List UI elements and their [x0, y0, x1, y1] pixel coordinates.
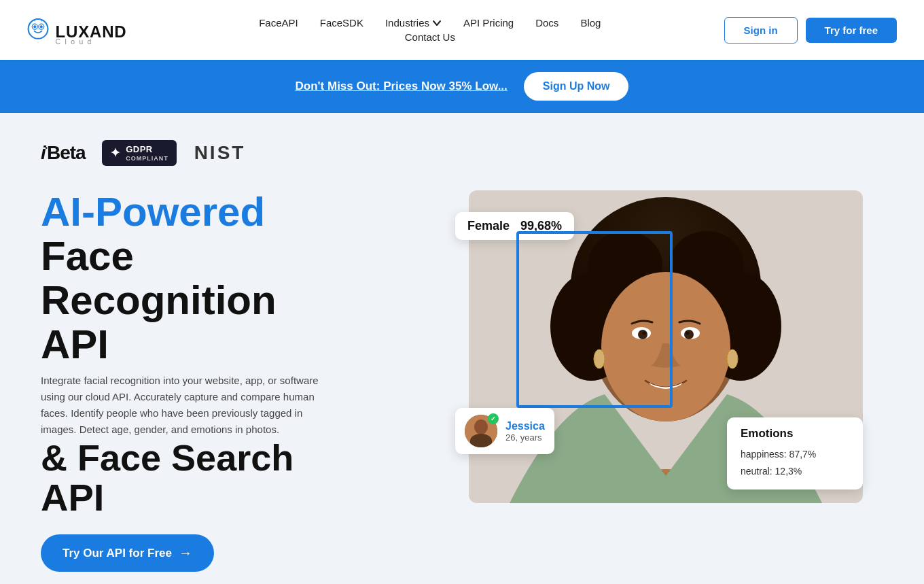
logo[interactable]: LUXAND Cloud	[27, 10, 136, 50]
emotions-title: Emotions	[741, 427, 849, 441]
nav-industries[interactable]: Industries	[385, 17, 442, 29]
face-detection-rect	[516, 231, 673, 408]
identity-card: ✓ Jessica 26, years	[455, 408, 554, 454]
svg-point-25	[727, 349, 738, 368]
hero-title-5: & Face Search	[41, 438, 294, 477]
hero-right: Female 99,68%	[421, 190, 883, 517]
nav-blog[interactable]: Blog	[580, 17, 601, 29]
hero-description: Integrate facial recognition into your w…	[41, 373, 326, 438]
emotion-1: happiness: 87,7%	[741, 446, 849, 463]
chevron-down-icon	[432, 18, 442, 28]
svg-point-27	[474, 419, 488, 434]
promo-banner: Don't Miss Out: Prices Now 35% Low... Si…	[0, 60, 924, 113]
ibeta-badge: i • Beta	[41, 142, 86, 164]
nav-row-top: FaceAPI FaceSDK Industries API Pricing D…	[259, 17, 601, 29]
gender-label: Female	[467, 219, 510, 233]
identity-name: Jessica	[505, 420, 545, 432]
face-detection-area: Female 99,68%	[442, 190, 863, 503]
nav-actions: Sign in Try for free	[724, 17, 897, 44]
hero-section: AI-Powered Face Recognition API Integrat…	[41, 190, 883, 572]
hero-title-2: Face	[41, 235, 394, 279]
gdpr-badge: ✦ GDPR COMPLIANT	[102, 140, 177, 166]
try-for-free-button[interactable]: Try for free	[806, 18, 897, 43]
banner-text: Don't Miss Out: Prices Now 35% Low...	[296, 80, 508, 93]
svg-text:Cloud: Cloud	[56, 38, 96, 46]
hero-title-3: Recognition	[41, 279, 394, 323]
signup-now-button[interactable]: Sign Up Now	[524, 72, 629, 101]
hero-title-1: AI-Powered	[41, 190, 394, 235]
nav-docs[interactable]: Docs	[535, 17, 558, 29]
hero-title-6: API	[41, 477, 394, 518]
gdpr-icon: ✦	[110, 145, 121, 160]
svg-point-28	[470, 438, 492, 447]
emotions-card: Emotions happiness: 87,7% neutral: 12,3%	[727, 417, 863, 489]
arrow-icon: →	[179, 545, 192, 561]
main-content: i • Beta ✦ GDPR COMPLIANT NIST AI-Powere…	[0, 113, 924, 572]
nav-center: FaceAPI FaceSDK Industries API Pricing D…	[259, 17, 601, 43]
navbar: LUXAND Cloud FaceAPI FaceSDK Industries	[0, 0, 924, 60]
hero-left: AI-Powered Face Recognition API Integrat…	[41, 190, 394, 572]
cta-button[interactable]: Try Our API for Free →	[41, 534, 214, 572]
emotions-data: happiness: 87,7% neutral: 12,3%	[741, 446, 849, 480]
signin-button[interactable]: Sign in	[724, 17, 798, 44]
nav-row-bottom: Contact Us	[405, 31, 455, 43]
check-icon: ✓	[488, 413, 499, 424]
nav-contact[interactable]: Contact Us	[405, 31, 455, 43]
nav-facesdk[interactable]: FaceSDK	[320, 17, 363, 29]
svg-point-22	[684, 330, 694, 339]
emotion-2: neutral: 12,3%	[741, 463, 849, 480]
nav-pricing[interactable]: API Pricing	[463, 17, 514, 29]
nist-badge: NIST	[193, 141, 247, 165]
svg-point-2	[33, 25, 36, 28]
hero-title-4: API	[41, 323, 109, 367]
svg-point-3	[40, 25, 43, 28]
nav-faceapi[interactable]: FaceAPI	[259, 17, 298, 29]
identity-age: 26, years	[505, 432, 545, 443]
badges-row: i • Beta ✦ GDPR COMPLIANT NIST	[41, 140, 883, 166]
svg-point-23	[686, 332, 690, 335]
svg-point-1	[29, 19, 48, 39]
